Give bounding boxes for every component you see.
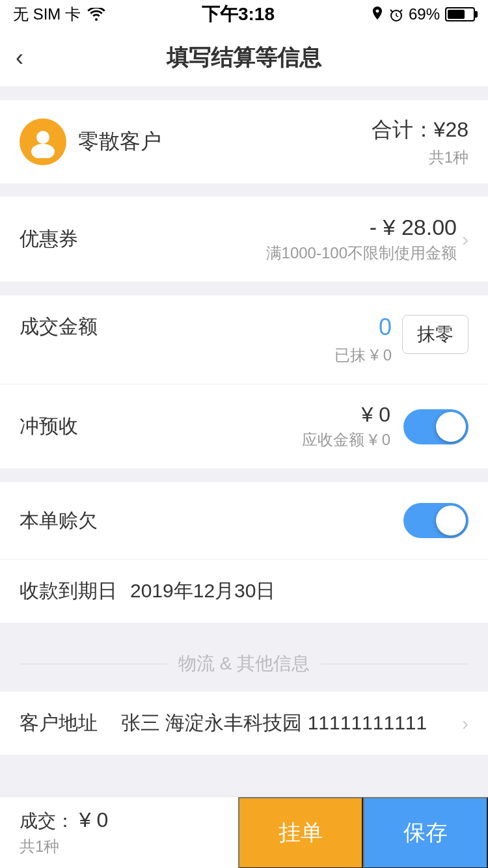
- divider: [0, 183, 488, 197]
- bottom-trade-amount: ¥ 0: [79, 808, 108, 832]
- bottom-trade-row: 成交： ¥ 0: [20, 808, 219, 834]
- customer-total: 合计：¥28 共1种: [372, 116, 468, 168]
- customer-info: 零散客户: [20, 118, 161, 165]
- transaction-value: 0: [379, 314, 392, 341]
- duedate-value: 2019年12月30日: [130, 578, 275, 604]
- user-icon: [27, 126, 59, 158]
- round-button[interactable]: 抹零: [402, 315, 468, 354]
- status-left: 无 SIM 卡: [13, 4, 105, 25]
- logistics-label: 物流 & 其他信息: [178, 651, 310, 676]
- status-bar: 无 SIM 卡 下午3:18 69%: [0, 0, 488, 29]
- prereceipt-toggle[interactable]: [403, 409, 468, 444]
- total-amount: 合计：¥28: [372, 116, 468, 144]
- debt-toggle-knob: [436, 506, 466, 536]
- save-button[interactable]: 保存: [363, 797, 488, 869]
- bottom-count: 共1种: [20, 836, 219, 857]
- logistics-section: 物流 & 其他信息: [0, 636, 488, 692]
- divider: [0, 87, 488, 100]
- address-chevron-icon: ›: [462, 712, 468, 735]
- toggle-knob: [436, 412, 466, 442]
- status-time: 下午3:18: [202, 2, 275, 27]
- svg-point-2: [31, 144, 55, 158]
- prereceipt-values: ¥ 0 应收金额 ¥ 0: [302, 403, 390, 450]
- address-value: 张三 海淀永丰科技园 11111111111: [121, 710, 446, 737]
- customer-row: 零散客户 合计：¥28 共1种: [0, 100, 488, 183]
- bottom-info: 成交： ¥ 0 共1种: [0, 808, 238, 857]
- chevron-right-icon: ›: [462, 228, 468, 251]
- battery-percent: 69%: [409, 5, 440, 23]
- prereceipt-row: 冲预收 ¥ 0 应收金额 ¥ 0: [0, 385, 488, 469]
- divider-line-right: [320, 664, 468, 664]
- page-title: 填写结算等信息: [167, 43, 321, 73]
- avatar: [20, 118, 66, 165]
- prereceipt-sub: 应收金额 ¥ 0: [302, 429, 390, 450]
- divider-line-left: [20, 664, 168, 664]
- bottom-bar: 成交： ¥ 0 共1种 挂单 保存: [0, 796, 488, 868]
- divider: [0, 623, 488, 636]
- address-row[interactable]: 客户地址 张三 海淀永丰科技园 11111111111 ›: [0, 692, 488, 755]
- svg-point-1: [36, 131, 49, 144]
- customer-name: 零散客户: [78, 128, 161, 156]
- divider: [0, 469, 488, 482]
- battery-icon: [445, 7, 475, 21]
- prereceipt-amount: ¥ 0: [302, 403, 390, 427]
- duedate-label: 收款到期日: [20, 578, 117, 604]
- transaction-label: 成交金额: [20, 314, 98, 340]
- no-sim-label: 无 SIM 卡: [13, 4, 81, 25]
- prereceipt-label: 冲预收: [20, 413, 78, 440]
- transaction-amount-row: 成交金额 0 已抹 ¥ 0 抹零: [0, 295, 488, 385]
- status-right: 69%: [371, 5, 475, 23]
- bottom-trade-label: 成交：: [20, 811, 74, 831]
- divider: [0, 282, 488, 295]
- prereceipt-right: ¥ 0 应收金额 ¥ 0: [302, 403, 468, 450]
- debt-toggle[interactable]: [403, 503, 468, 538]
- coupon-row[interactable]: 优惠券 - ¥ 28.00 满1000-100不限制使用金额 ›: [0, 197, 488, 282]
- nav-bar: ‹ 填写结算等信息: [0, 29, 488, 87]
- transaction-right: 0 已抹 ¥ 0 抹零: [334, 314, 468, 366]
- debt-label: 本单赊欠: [20, 508, 98, 534]
- wifi-icon: [87, 8, 105, 21]
- coupon-value-area: - ¥ 28.00 满1000-100不限制使用金额: [266, 215, 457, 264]
- transaction-sub: 已抹 ¥ 0: [334, 345, 392, 366]
- total-count: 共1种: [372, 147, 468, 168]
- logistics-divider: 物流 & 其他信息: [20, 651, 468, 676]
- pending-button[interactable]: 挂单: [238, 797, 363, 869]
- coupon-label: 优惠券: [20, 226, 78, 252]
- debt-row: 本单赊欠: [0, 482, 488, 559]
- address-label: 客户地址: [20, 710, 98, 737]
- transaction-value-area: 0 已抹 ¥ 0: [334, 314, 392, 366]
- coupon-desc: 满1000-100不限制使用金额: [266, 243, 457, 264]
- back-button[interactable]: ‹: [16, 44, 23, 72]
- alarm-icon: [389, 7, 403, 22]
- coupon-amount: - ¥ 28.00: [370, 215, 457, 240]
- duedate-row: 收款到期日 2019年12月30日: [0, 559, 488, 623]
- location-icon: [371, 7, 384, 22]
